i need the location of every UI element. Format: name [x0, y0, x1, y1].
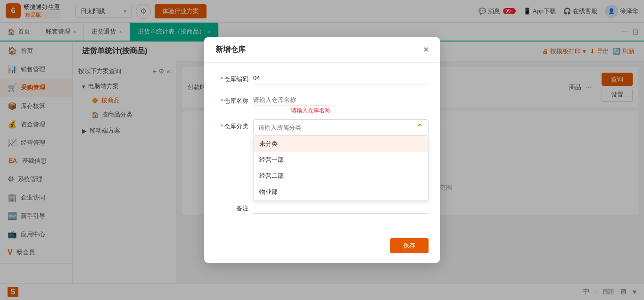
dropdown-chevron-up-icon[interactable]: ⌃ — [416, 122, 423, 133]
modal-body: 仓库编码 仓库名称 请输入仓库名称 仓库分类 ⌃ — [204, 63, 440, 233]
warehouse-category-dropdown-list: 未分类 经营一部 经营二部 物业部 — [253, 135, 429, 200]
warehouse-category-wrapper: ⌃ 未分类 经营一部 经营二部 物业部 — [253, 119, 429, 135]
warehouse-category-dropdown[interactable]: ⌃ — [253, 119, 429, 135]
dropdown-option-property[interactable]: 物业部 — [254, 184, 428, 200]
warehouse-code-row: 仓库编码 — [215, 72, 429, 84]
warehouse-name-error: 请输入仓库名称 — [291, 107, 330, 115]
remarks-label: 备注 — [215, 201, 253, 213]
modal-close-button[interactable]: × — [423, 45, 429, 55]
modal-new-warehouse: 新增仓库 × 仓库编码 仓库名称 请输入仓库名称 仓库分类 — [204, 37, 440, 263]
modal-overlay[interactable]: 新增仓库 × 仓库编码 仓库名称 请输入仓库名称 仓库分类 — [0, 0, 644, 300]
dropdown-option-dept2[interactable]: 经营二部 — [254, 168, 428, 184]
warehouse-code-label: 仓库编码 — [215, 72, 253, 83]
dropdown-option-none[interactable]: 未分类 — [254, 136, 428, 152]
modal-header: 新增仓库 × — [204, 37, 440, 63]
warehouse-category-row: 仓库分类 ⌃ 未分类 经营一部 经营二部 物业部 — [215, 119, 429, 135]
modal-title: 新增仓库 — [215, 45, 246, 55]
warehouse-name-wrapper: 请输入仓库名称 — [253, 94, 429, 106]
remarks-input[interactable] — [253, 201, 429, 214]
warehouse-category-input[interactable] — [258, 124, 416, 131]
remarks-row: 备注 — [215, 201, 429, 214]
warehouse-name-label: 仓库名称 — [215, 94, 253, 105]
warehouse-code-input[interactable] — [253, 72, 429, 84]
modal-footer: 保存 — [204, 233, 440, 263]
warehouse-category-label: 仓库分类 — [215, 119, 253, 131]
dropdown-option-dept1[interactable]: 经营一部 — [254, 152, 428, 168]
save-button[interactable]: 保存 — [390, 238, 429, 253]
warehouse-name-row: 仓库名称 请输入仓库名称 — [215, 94, 429, 106]
warehouse-name-input[interactable] — [253, 94, 332, 106]
